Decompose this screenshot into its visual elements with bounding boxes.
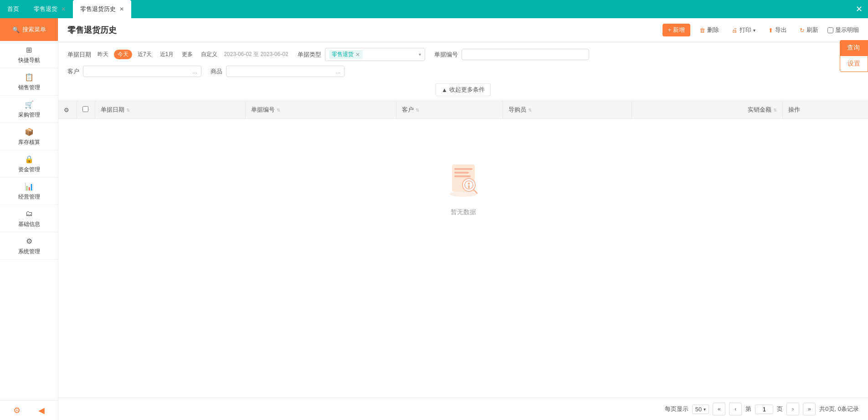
th-checkbox[interactable] <box>77 101 95 119</box>
filter-type-tag-remove[interactable]: ✕ <box>355 51 360 58</box>
query-button[interactable]: 查询 <box>840 40 868 56</box>
tab-retail-return[interactable]: 零售退货 ✕ <box>26 0 73 18</box>
date-btn-more[interactable]: 更多 <box>179 50 195 59</box>
filter-type: 单据类型 零售退货 ✕ ▾ <box>298 48 425 61</box>
sidebar-item-purchase-mgmt[interactable]: 🛒 采购管理 <box>0 96 58 123</box>
th-number[interactable]: 单据编号 ⇅ <box>246 101 396 119</box>
collapse-sidebar-icon[interactable]: ◀ <box>38 405 45 415</box>
inventory-icon: 📦 <box>24 127 34 137</box>
sidebar-search-label: 搜索菜单 <box>22 26 46 34</box>
page-header: 零售退货历史 + 新增 🗑 删除 🖨 打印 ▾ ⬆ 导出 <box>58 18 868 42</box>
th-action: 操作 <box>782 101 868 119</box>
filter-goods: 商品 ... <box>211 66 344 77</box>
page-size-value: 50 <box>695 406 702 413</box>
page-title: 零售退货历史 <box>67 25 117 36</box>
sidebar-item-quick-nav[interactable]: ⊞ 快捷导航 <box>0 41 58 68</box>
settings-gear-icon[interactable]: ⚙ <box>64 107 69 113</box>
filter-number-input[interactable] <box>462 49 589 60</box>
print-icon: 🖨 <box>732 27 738 34</box>
print-button[interactable]: 🖨 打印 ▾ <box>728 24 759 36</box>
filter-settings-button[interactable]: 设置 <box>840 56 868 72</box>
sort-number-icon: ⇅ <box>277 108 280 113</box>
collapse-label: 收起更多条件 <box>449 86 485 94</box>
page-last-icon: » <box>808 406 811 412</box>
sidebar-bottom: ⚙ ◀ <box>0 400 58 420</box>
filter-type-dropdown-icon: ▾ <box>419 52 421 57</box>
query-settings-panel: 查询 设置 <box>840 40 868 72</box>
pagination-bar: 每页显示 50 ▾ « ‹ 第 页 › » <box>58 398 868 420</box>
sort-amount-icon: ⇅ <box>773 108 777 113</box>
date-btn-today[interactable]: 今天 <box>114 50 132 59</box>
refresh-button[interactable]: ↻ 刷新 <box>796 24 822 36</box>
export-button-label: 导出 <box>775 26 787 34</box>
print-button-label: 打印 <box>740 26 751 34</box>
table-wrapper: ⚙ 单据日期 ⇅ <box>58 101 868 420</box>
operations-icon: 📊 <box>24 181 34 191</box>
filter-type-select[interactable]: 零售退货 ✕ ▾ <box>325 48 425 61</box>
sidebar-item-sales-mgmt[interactable]: 📋 销售管理 <box>0 68 58 96</box>
page-first-button[interactable]: « <box>713 403 725 415</box>
add-button[interactable]: + 新增 <box>663 24 690 36</box>
filter-customer-input[interactable]: ... <box>83 66 201 77</box>
date-btn-custom[interactable]: 自定义 <box>198 50 220 59</box>
delete-button[interactable]: 🗑 删除 <box>696 24 723 36</box>
page-last-button[interactable]: » <box>803 403 816 415</box>
filter-type-label: 单据类型 <box>298 51 321 59</box>
sidebar-item-finance[interactable]: 🔒 资金管理 <box>0 150 58 178</box>
sidebar-item-base-info[interactable]: 🗂 基础信息 <box>0 205 58 232</box>
table-header: ⚙ 单据日期 ⇅ <box>58 101 868 119</box>
delete-button-label: 删除 <box>707 26 719 34</box>
tab-home[interactable]: 首页 <box>0 0 26 18</box>
th-customer[interactable]: 客户 ⇅ <box>396 101 503 119</box>
toolbar-actions: + 新增 🗑 删除 🖨 打印 ▾ ⬆ 导出 ↻ 刷新 <box>663 24 859 36</box>
sidebar-item-inventory[interactable]: 📦 库存核算 <box>0 123 58 150</box>
filter-row-1: 单据日期 昨天 今天 近7天 近1月 更多 自定义 2023-06-02 至 2… <box>67 48 859 61</box>
collapse-icon: ▲ <box>442 87 447 93</box>
tab-retail-return-history[interactable]: 零售退货历史 ✕ <box>73 0 131 18</box>
collapse-button[interactable]: ▲ 收起更多条件 <box>436 83 491 96</box>
data-table: ⚙ 单据日期 ⇅ <box>58 101 868 119</box>
sidebar-item-operations[interactable]: 📊 经营管理 <box>0 178 58 205</box>
page-number-input[interactable] <box>755 405 773 414</box>
query-button-label: 查询 <box>847 44 860 51</box>
page-prev-button[interactable]: ‹ <box>729 403 742 415</box>
window-close-button[interactable]: ✕ <box>850 0 868 18</box>
page-size-select[interactable]: 50 ▾ <box>692 405 709 414</box>
date-btn-7days[interactable]: 近7天 <box>135 50 154 59</box>
th-date[interactable]: 单据日期 ⇅ <box>95 101 246 119</box>
sidebar-item-quick-nav-label: 快捷导航 <box>18 56 40 64</box>
settings-icon[interactable]: ⚙ <box>13 405 21 415</box>
sidebar-item-sys-mgmt[interactable]: ⚙ 系统管理 <box>0 232 58 260</box>
filter-customer: 客户 ... <box>67 66 201 77</box>
th-amount-label: 实销金额 <box>748 106 771 114</box>
page-size-dropdown-icon: ▾ <box>704 407 706 412</box>
purchase-mgmt-icon: 🛒 <box>24 99 34 109</box>
top-bar: 首页 零售退货 ✕ 零售退货历史 ✕ ✕ <box>0 0 868 18</box>
sidebar-item-finance-label: 资金管理 <box>18 166 40 174</box>
search-icon: 🔍 <box>12 26 20 33</box>
show-detail-checkbox-input[interactable] <box>827 27 833 33</box>
show-detail-checkbox[interactable]: 显示明细 <box>827 26 859 34</box>
collapse-row: ▲ 收起更多条件 <box>67 82 859 98</box>
sidebar-item-purchase-mgmt-label: 采购管理 <box>18 111 40 119</box>
th-guide[interactable]: 导购员 ⇅ <box>503 101 632 119</box>
th-settings[interactable]: ⚙ <box>58 101 77 119</box>
goods-ellipsis: ... <box>335 68 340 75</box>
svg-rect-2 <box>454 168 473 170</box>
sort-guide-icon: ⇅ <box>528 108 532 113</box>
select-all-checkbox[interactable] <box>82 106 88 112</box>
page-next-button[interactable]: › <box>786 403 799 415</box>
sidebar-search[interactable]: 🔍 搜索菜单 <box>0 18 58 41</box>
date-btn-1month[interactable]: 近1月 <box>157 50 177 59</box>
show-detail-label: 显示明细 <box>835 26 859 34</box>
th-amount[interactable]: 实销金额 ⇅ <box>632 101 782 119</box>
filter-goods-input[interactable]: ... <box>226 66 344 77</box>
tab-retail-return-history-close[interactable]: ✕ <box>119 6 124 12</box>
finance-icon: 🔒 <box>24 154 34 164</box>
filter-date-label: 单据日期 <box>67 51 91 59</box>
export-button[interactable]: ⬆ 导出 <box>765 24 791 36</box>
date-btn-yesterday[interactable]: 昨天 <box>95 50 111 59</box>
filter-date: 单据日期 昨天 今天 近7天 近1月 更多 自定义 2023-06-02 至 2… <box>67 50 288 59</box>
tab-retail-return-close[interactable]: ✕ <box>61 6 66 12</box>
empty-illustration <box>441 155 486 201</box>
